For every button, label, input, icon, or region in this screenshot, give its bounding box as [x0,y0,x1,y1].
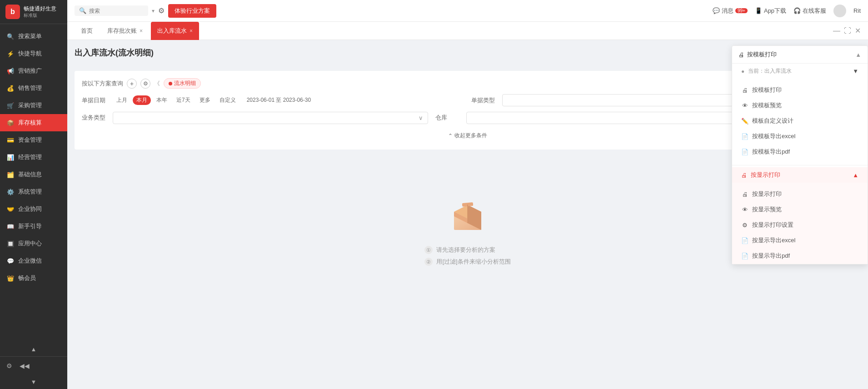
tab-maximize-icon[interactable]: ⛶ [844,27,851,35]
sidebar-bottom: ⚙ ◀◀ [0,356,67,375]
display-section-icon: 🖨 [741,172,747,179]
active-dot [169,82,172,85]
sidebar-item-system[interactable]: ⚙️系统管理 [0,183,67,200]
sidebar-item-app-center[interactable]: 🔲应用中心 [0,235,67,252]
collapse-icon[interactable]: ◀◀ [20,362,30,369]
date-tab-this-month[interactable]: 本月 [133,95,151,105]
topbar-search-box[interactable]: 🔍 [75,5,148,16]
biz-type-arrow: ∨ [419,115,423,121]
search-input[interactable] [89,8,144,14]
print-panel-title: 🖨 按模板打印 [738,50,777,59]
display-pdf-label: 按显示导出pdf [752,252,790,260]
sidebar-item-quick-nav[interactable]: ⚡快捷导航 [0,45,67,62]
step-2-num: ② [424,258,433,266]
topbar-gear-icon[interactable]: ⚙ [158,6,165,15]
display-preview-label: 按显示预览 [752,205,782,214]
tab-minimize-icon[interactable]: — [833,27,840,35]
display-print-icon: 🖨 [741,190,748,198]
app-download-label: App下载 [764,7,786,15]
display-print-label: 按显示打印 [752,190,782,198]
tabs-bar: 首页 库存批次账 × 出入库流水 × — ⛶ ✕ [67,22,868,40]
sidebar-item-sales[interactable]: 💰销售管理 [0,80,67,97]
date-tab-last-month[interactable]: 上月 [113,95,131,105]
template-print-item[interactable]: 🖨 按模板打印 [732,82,868,98]
sidebar-scroll-up[interactable]: ▲ [29,344,39,354]
messages-label: 消息 [722,7,733,15]
app-download-btn[interactable]: 📱 App下载 [755,7,786,15]
nav-icon-marketing: 📢 [6,67,15,75]
date-tab-last7[interactable]: 近7天 [173,95,194,105]
display-preview-item[interactable]: 👁 按显示预览 [732,202,868,217]
print-panel-current-arrow[interactable]: ▼ [853,68,858,75]
tab-batch-close[interactable]: × [140,28,143,34]
date-tab-more[interactable]: 更多 [196,95,214,105]
topbar: 🔍 ▾ ⚙ 体验行业方案 💬 消息 99+ 📱 App下载 🎧 在线客服 Rit [67,0,868,22]
sidebar-item-base[interactable]: 🗂️基础信息 [0,166,67,183]
template-print-icon: 🖨 [741,86,748,94]
trial-btn[interactable]: 体验行业方案 [168,4,216,18]
messages-icon: 💬 [713,7,720,14]
sidebar-scroll-down[interactable]: ▼ [29,377,39,387]
template-pdf-item[interactable]: 📄 按模板导出pdf [732,144,868,160]
display-excel-item[interactable]: 📄 按显示导出excel [732,233,868,248]
template-excel-item[interactable]: 📄 按模板导出excel [732,129,868,144]
search-icon: 🔍 [79,7,86,14]
sidebar-item-operations[interactable]: 📊经营管理 [0,149,67,166]
sidebar-item-enterprise[interactable]: 🤝企业协同 [0,200,67,218]
display-settings-label: 按显示打印设置 [752,221,793,229]
search-label: 按以下方案查询 [82,80,123,88]
nav-icon-operations: 📊 [6,153,15,161]
display-section-arrow: ▲ [853,172,858,179]
print-panel-display-section: 🖨 按显示打印 👁 按显示预览 ⚙ 按显示打印设置 📄 按显示导出excel 📄… [732,183,868,264]
nav-label-inventory: 库存核算 [18,119,42,127]
print-panel-collapse-arrow[interactable]: ▲ [855,51,861,58]
search-active-tag[interactable]: 流水明细 [164,78,201,89]
date-range: 2023-06-01 至 2023-06-30 [247,96,311,104]
sidebar-logo-text: 畅捷通好生意 标准版 [24,5,56,19]
messages-btn[interactable]: 💬 消息 99+ [713,7,748,15]
sidebar-item-finance[interactable]: 💳资金管理 [0,131,67,149]
biz-type-select[interactable]: ∨ [113,112,428,124]
tab-flow-close[interactable]: × [190,28,193,34]
topbar-dropdown-arrow[interactable]: ▾ [152,8,155,14]
display-excel-label: 按显示导出excel [752,236,795,244]
display-settings-item[interactable]: ⚙ 按显示打印设置 [732,217,868,233]
date-tabs: 上月 本月 本年 近7天 更多 自定义 [113,95,239,105]
sidebar-item-search[interactable]: 🔍搜索菜单 [0,28,67,45]
tab-batch[interactable]: 库存批次账 × [101,22,149,40]
search-collapse-btn[interactable]: 《 [154,80,160,88]
display-section-header[interactable]: 🖨 按显示打印 ▲ [732,167,868,183]
empty-illustration [445,191,490,237]
sidebar-item-guide[interactable]: 📖新手引导 [0,218,67,235]
warehouse-field: 仓库 ··· [435,112,782,124]
topbar-right: 💬 消息 99+ 📱 App下载 🎧 在线客服 Rit [713,5,861,17]
date-tab-this-year[interactable]: 本年 [153,95,171,105]
search-tag-label: 流水明细 [174,80,196,87]
online-service-btn[interactable]: 🎧 在线客服 [793,7,826,15]
print-panel-printer-icon: 🖨 [738,51,744,58]
search-add-btn[interactable]: + [127,79,137,89]
date-tab-custom[interactable]: 自定义 [216,95,239,105]
display-excel-icon: 📄 [741,237,748,244]
tab-home-label: 首页 [81,27,93,35]
tab-close-all-icon[interactable]: ✕ [855,26,861,35]
tab-flow[interactable]: 出入库流水 × [151,22,199,40]
sidebar-item-inventory[interactable]: 📦库存核算 [0,114,67,131]
topbar-left: 🔍 ▾ ⚙ 体验行业方案 [75,4,707,18]
display-pdf-item[interactable]: 📄 按显示导出pdf [732,248,868,264]
sidebar-item-member[interactable]: 👑畅会员 [0,269,67,287]
messages-badge: 99+ [735,8,748,13]
display-print-item[interactable]: 🖨 按显示打印 [732,186,868,202]
template-preview-item[interactable]: 👁 按模板预览 [732,98,868,113]
nav-icon-sales: 💰 [6,84,15,92]
settings-icon[interactable]: ⚙ [6,362,12,369]
template-custom-item[interactable]: ✏️ 模板自定义设计 [732,113,868,129]
tabs-right: — ⛶ ✕ [833,26,861,35]
tab-home[interactable]: 首页 [75,22,99,40]
nav-label-quick-nav: 快捷导航 [18,50,42,58]
sidebar-item-purchase[interactable]: 🛒采购管理 [0,97,67,114]
template-print-label: 按模板打印 [752,86,782,94]
sidebar-item-wechat[interactable]: 💬企业微信 [0,252,67,269]
search-setting-btn[interactable]: ⚙ [140,79,150,89]
sidebar-item-marketing[interactable]: 📢营销推广 [0,62,67,80]
